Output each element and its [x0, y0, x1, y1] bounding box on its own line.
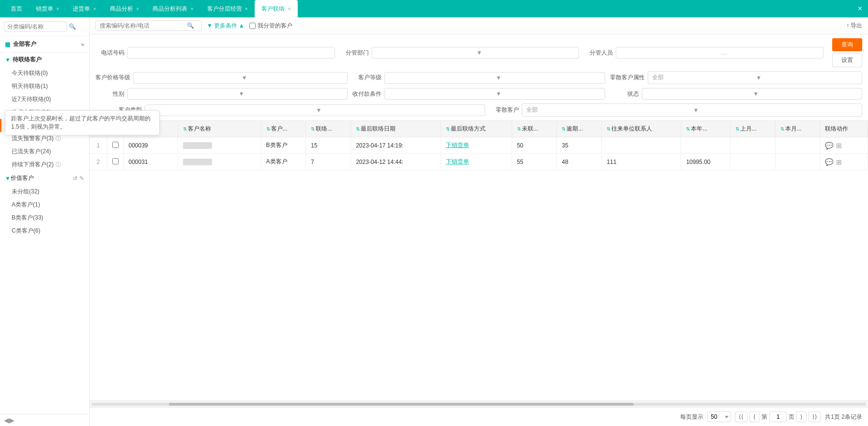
- sidebar-scroll-right-button[interactable]: ▶: [9, 416, 15, 424]
- gender-select[interactable]: ▼: [127, 88, 348, 100]
- chevron-down-icon: ▼: [476, 49, 575, 56]
- sidebar-item-7day-contact[interactable]: 近7天待联络(0): [0, 93, 89, 106]
- page-number-input[interactable]: [769, 411, 787, 422]
- sidebar-item-c-class[interactable]: C类客户(6): [0, 224, 89, 237]
- row-this-year-2: 10995.00: [681, 154, 730, 170]
- sidebar-search-input[interactable]: [4, 21, 67, 32]
- page-size-select[interactable]: 10 20 50 100: [707, 411, 731, 422]
- customer-type-select[interactable]: ▼: [145, 104, 485, 116]
- close-sales-order-icon[interactable]: ×: [56, 6, 59, 12]
- more-icon-2[interactable]: ⊞: [836, 158, 842, 166]
- sidebar-item-today-contact[interactable]: 今天待联络(0): [0, 67, 89, 80]
- collapse-sidebar-button[interactable]: »: [81, 41, 84, 48]
- row-name-1: [178, 137, 261, 154]
- customer-level-select[interactable]: ▼: [384, 72, 605, 84]
- sidebar-value-group-header: ▼ 价值客户 ↺ ✎: [0, 171, 89, 185]
- filter-payment-field: 收付款条件 ▼: [352, 88, 605, 100]
- nav-product-analysis-list[interactable]: 商品分析列表 ×: [146, 0, 200, 17]
- chat-icon-1[interactable]: 💬: [825, 142, 833, 149]
- sidebar-item-b-class[interactable]: B类客户(33): [0, 211, 89, 224]
- row-checkbox-2[interactable]: [107, 154, 123, 170]
- row-checkbox-1[interactable]: [107, 137, 123, 154]
- close-product-list-icon[interactable]: ×: [190, 6, 193, 12]
- th-last-month[interactable]: ⇅上月...: [730, 121, 775, 137]
- nav-product-analysis[interactable]: 商品分析 ×: [103, 0, 146, 17]
- close-product-analysis-icon[interactable]: ×: [136, 6, 139, 12]
- nav-purchase-order[interactable]: 进货单 ×: [66, 0, 103, 17]
- th-contact-count[interactable]: ⇅联络...: [306, 121, 351, 137]
- th-customer-name[interactable]: ⇅客户名称: [178, 121, 261, 137]
- close-segment-icon[interactable]: ×: [245, 6, 248, 12]
- sidebar-scroll-left-button[interactable]: ◀: [4, 416, 9, 424]
- row-actions-1: 💬 ⊞: [820, 137, 868, 154]
- my-customer-checkbox[interactable]: [249, 23, 256, 29]
- row-type-1: B类客户: [261, 137, 306, 154]
- first-page-button[interactable]: ⟨⟨: [735, 411, 747, 422]
- phone-input[interactable]: [127, 47, 335, 59]
- sidebar-item-already-lost[interactable]: 已流失客户(24): [0, 145, 89, 158]
- sidebar-bottom: ◀ ▶: [0, 414, 89, 426]
- close-contact-icon[interactable]: ×: [288, 6, 290, 12]
- retail-attr-select[interactable]: 全部 ▼: [648, 71, 862, 84]
- arrow-down-icon2: ▼: [5, 175, 11, 182]
- row-this-year-1: [681, 137, 730, 154]
- settings-button[interactable]: 设置: [832, 53, 862, 67]
- filter-search-icon[interactable]: 🔍: [187, 22, 194, 29]
- more-icon-1[interactable]: ⊞: [836, 142, 842, 149]
- nav-customer-contact[interactable]: 客户联络 ×: [255, 0, 297, 17]
- th-this-month[interactable]: ⇅本月...: [775, 121, 820, 137]
- sidebar-all-customers-header[interactable]: ▦ 全部客户 »: [0, 36, 89, 53]
- row-last-method-1[interactable]: 下销货单: [441, 137, 512, 154]
- th-overdue[interactable]: ⇅逾期...: [557, 121, 602, 137]
- row-this-month-1: [775, 137, 820, 154]
- close-all-tabs-button[interactable]: ×: [858, 4, 862, 13]
- nav-customer-segment[interactable]: 客户分层经营 ×: [200, 0, 255, 17]
- sidebar-item-a-class[interactable]: A类客户(1): [0, 198, 89, 211]
- th-last-contact-method[interactable]: ⇅最后联络方式: [441, 121, 512, 137]
- payment-select[interactable]: ▼: [384, 88, 605, 100]
- row-last-date-2: 2023-04-12 14:44:: [351, 154, 441, 170]
- refresh-icon[interactable]: ↺: [73, 175, 77, 182]
- row-1-checkbox[interactable]: [112, 142, 119, 148]
- th-last-contact-date[interactable]: ⇅最后联络日期: [351, 121, 441, 137]
- chevron-down-icon5: ▼: [756, 74, 858, 81]
- horizontal-scrollbar[interactable]: [90, 400, 868, 407]
- filter-more-conditions-button[interactable]: ▼ 更多条件 ▲: [207, 22, 244, 30]
- sidebar-item-tomorrow-contact[interactable]: 明天待联络(1): [0, 80, 89, 93]
- chevron-down-icon9: ▼: [316, 107, 481, 114]
- scrollbar-track: [91, 403, 866, 406]
- next-page-button[interactable]: ⟩: [796, 411, 807, 422]
- row-last-method-2[interactable]: 下销货单: [441, 154, 512, 170]
- export-button[interactable]: ↑ 导出: [846, 22, 862, 30]
- th-uncontacted[interactable]: ⇅未联...: [512, 121, 557, 137]
- th-this-year[interactable]: ⇅本年...: [681, 121, 730, 137]
- sidebar-search-button[interactable]: 🔍: [69, 23, 76, 30]
- filter-phone-field: 电话号码: [95, 47, 335, 59]
- blurred-name-2: [183, 159, 212, 165]
- scrollbar-thumb[interactable]: [169, 403, 634, 406]
- row-actions-2: 💬 ⊞: [820, 154, 868, 170]
- sidebar-item-ungrouped[interactable]: 未分组(32): [0, 185, 89, 198]
- status-select[interactable]: ▼: [642, 88, 862, 100]
- chat-icon-2[interactable]: 💬: [825, 158, 833, 166]
- sidebar-group-waiting[interactable]: ▼ 待联络客户: [0, 53, 89, 67]
- nav-home[interactable]: 首页: [4, 0, 29, 17]
- dept-select[interactable]: ▼: [372, 47, 579, 59]
- th-contact-person[interactable]: ⇅往来单位联系人: [602, 121, 681, 137]
- filter-search-input[interactable]: [100, 22, 187, 29]
- retail-customer-select[interactable]: 全部 ▼: [522, 103, 862, 117]
- edit-icon[interactable]: ✎: [79, 175, 84, 182]
- last-page-button[interactable]: ⟩⟩: [808, 411, 821, 422]
- sidebar-item-declining[interactable]: 持续下滑客户(2) ⓘ: [0, 158, 89, 171]
- query-button[interactable]: 查询: [832, 38, 862, 51]
- th-customer-type[interactable]: ⇅客户...: [261, 121, 306, 137]
- prev-page-button[interactable]: ⟨: [749, 411, 760, 422]
- table-container[interactable]: ⚙ ⇅客户编码 ⇅客户名称 ⇅客户... ⇅联络... ⇅最后联络日期 ⇅最后联…: [90, 121, 868, 400]
- row-2-checkbox[interactable]: [112, 158, 119, 164]
- manager-select[interactable]: …: [616, 47, 823, 59]
- close-purchase-icon[interactable]: ×: [93, 6, 96, 12]
- last-method-link-1[interactable]: 下销货单: [446, 142, 469, 148]
- last-method-link-2[interactable]: 下销货单: [446, 158, 469, 165]
- nav-sales-order[interactable]: 销货单 ×: [29, 0, 66, 17]
- price-level-select[interactable]: ▼: [133, 72, 348, 84]
